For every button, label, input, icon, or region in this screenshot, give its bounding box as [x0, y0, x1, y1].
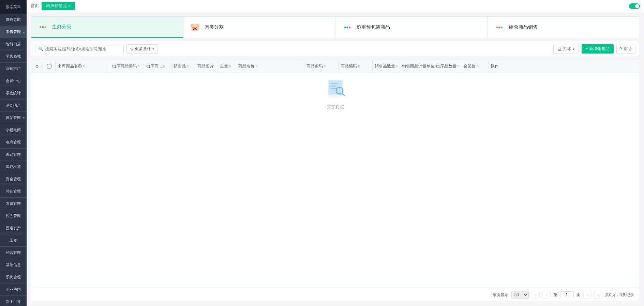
- th-goods-name: 商品名称 ⇅: [236, 61, 304, 72]
- current-tab[interactable]: 特殊销售品 ×: [42, 2, 75, 10]
- sidebar-item-label: 新手引导: [6, 300, 21, 304]
- topbar-toggle[interactable]: [629, 3, 640, 9]
- sidebar-item-sys-mgmt[interactable]: 系统管理: [0, 271, 27, 284]
- sort-icon[interactable]: ⇅: [255, 65, 258, 68]
- next-page-button[interactable]: ›: [583, 291, 591, 299]
- page-size-select[interactable]: 50 10 20 100: [511, 291, 529, 299]
- new-button[interactable]: + 新增销售品: [582, 44, 614, 53]
- sort-icon[interactable]: ⇅: [358, 65, 360, 68]
- sort-icon[interactable]: ⇅: [457, 65, 460, 68]
- tab-weighed-package[interactable]: 称重预包装商品: [335, 17, 488, 38]
- sidebar-item-ecom-mgmt[interactable]: 电商管理: [0, 136, 27, 149]
- page-label: 页: [576, 292, 581, 298]
- fresh-grade-icon: [36, 21, 49, 33]
- print-button[interactable]: 🖨 打印 ▾: [553, 44, 579, 54]
- first-page-button[interactable]: «: [531, 291, 540, 299]
- sidebar-item-mini-ecom[interactable]: 小畅电商: [0, 124, 27, 136]
- svg-rect-4: [331, 86, 336, 87]
- combo-sales-icon: [493, 21, 506, 33]
- sidebar-item-label: 经营管理: [6, 250, 21, 255]
- sort-icon[interactable]: ⇅: [324, 65, 326, 68]
- sidebar-item-retail-stats[interactable]: 零售统计: [0, 87, 27, 100]
- sidebar-item-smart-store[interactable]: 智慧门店: [0, 38, 27, 50]
- sort-icon[interactable]: ⇅: [186, 65, 189, 68]
- select-all-checkbox[interactable]: [47, 64, 51, 68]
- home-breadcrumb[interactable]: 首页: [31, 3, 39, 9]
- sidebar-item-finance[interactable]: 资金管理: [0, 173, 27, 185]
- sidebar-item-label: 固定资产: [6, 226, 21, 230]
- table-header: ⚙ 出库商品名称 ⇅ 出库商品编码 ⇅ 出库商... ⇅: [31, 60, 640, 73]
- sidebar-item-ops-mgmt[interactable]: 经营管理: [0, 247, 27, 259]
- filter-icon: ▽: [130, 47, 133, 51]
- sort-icon[interactable]: ⇅: [83, 65, 86, 68]
- th-setting[interactable]: ⚙: [31, 61, 43, 72]
- th-calc-unit: 销售商品计量单位 ⇅: [400, 61, 434, 72]
- search-box[interactable]: 🔍: [35, 45, 124, 53]
- sort-icon[interactable]: ⇅: [396, 65, 399, 68]
- print-chevron-icon: ▾: [573, 47, 574, 51]
- new-label: + 新增销售品: [586, 46, 610, 52]
- sort-icon[interactable]: ⇅: [229, 65, 231, 68]
- sidebar-item-retail-mall[interactable]: 零售商城: [0, 50, 27, 63]
- sort-icon[interactable]: ⇅: [163, 65, 165, 68]
- sidebar-item-new-guide[interactable]: 新手引导: [0, 296, 27, 306]
- th-goods-img: 商品图片: [195, 61, 218, 72]
- sidebar-item-label: 总账管理: [6, 189, 21, 193]
- weighed-package-label: 称重预包装商品: [357, 24, 390, 30]
- page-size-label: 每页显示: [492, 292, 509, 298]
- print-icon: 🖨: [558, 47, 562, 51]
- sidebar-item-general-ledger[interactable]: 总账管理: [0, 185, 27, 198]
- table-body: 暂无数据: [31, 73, 640, 288]
- tab-fresh-grade[interactable]: 生鲜分级: [31, 17, 183, 38]
- sidebar-item-label: 采购管理: [6, 152, 21, 156]
- last-page-button[interactable]: »: [594, 291, 602, 299]
- filter-button[interactable]: ▽ 更多条件 ▾: [126, 44, 158, 53]
- settings-icon: ⚙: [35, 64, 39, 69]
- sidebar-item-tax[interactable]: 税务管理: [0, 210, 27, 222]
- search-input[interactable]: [45, 47, 121, 51]
- sidebar-item-marketing[interactable]: 营销推广: [0, 63, 27, 75]
- th-out-code: 出库商品编码 ⇅: [110, 61, 144, 72]
- th-store-qty: 出库品数量 ⇅: [434, 61, 461, 72]
- sidebar-item-inventory[interactable]: 库存核算: [0, 161, 27, 173]
- sidebar-item-retail-mgmt[interactable]: 零售管理: [0, 26, 27, 38]
- sidebar-item-member[interactable]: 会员中心: [0, 75, 27, 87]
- sidebar-item-basic-info[interactable]: 基础信息: [0, 100, 27, 112]
- sidebar-item-basic-info2[interactable]: 基础信息: [0, 259, 27, 271]
- th-sales-goods: 销售品 ⇅: [171, 61, 195, 72]
- sidebar-item-label: 零售统计: [6, 91, 21, 95]
- combo-sales-label: 组合商品销售: [509, 24, 538, 30]
- page-number-input[interactable]: [560, 291, 574, 298]
- sidebar-item-corp[interactable]: 企业协同: [0, 284, 27, 296]
- last-page-icon: »: [597, 292, 599, 297]
- sidebar-item-wholesale[interactable]: 批发管理: [0, 112, 27, 124]
- meat-cut-label: 肉类分割: [205, 24, 224, 30]
- th-checkbox[interactable]: [43, 61, 56, 71]
- content-area: 生鲜分级 🐷 肉类分割 称重预包装商品: [27, 12, 644, 306]
- sidebar-item-wages[interactable]: 工资: [0, 234, 27, 247]
- sort-icon[interactable]: ⇅: [137, 65, 140, 68]
- sidebar-item-fixed-assets[interactable]: 固定资产: [0, 222, 27, 234]
- sidebar-item-invoice[interactable]: 发票管理: [0, 198, 27, 210]
- th-member-price: 会员价 ⇅: [461, 61, 489, 72]
- sidebar-item-label: 零售管理: [6, 30, 21, 34]
- sidebar-item-label: 快捷导航: [6, 17, 21, 21]
- weighed-package-icon: [341, 21, 353, 33]
- sidebar-item-label: 电商管理: [6, 140, 21, 144]
- first-page-icon: «: [534, 292, 537, 297]
- print-label: 打印: [563, 46, 571, 52]
- sidebar-logo[interactable]: 搜索菜单: [0, 0, 27, 14]
- main-area: 首页 特殊销售品 × 生鲜分级 🐷: [27, 0, 644, 306]
- sort-icon[interactable]: ⇅: [476, 65, 479, 68]
- prev-page-button[interactable]: ‹: [542, 291, 551, 299]
- tab-meat-cut[interactable]: 🐷 肉类分割: [183, 17, 336, 38]
- help-button[interactable]: ? 帮助: [616, 44, 635, 54]
- sidebar-item-purchase[interactable]: 采购管理: [0, 149, 27, 161]
- tab-combo-sales[interactable]: 组合商品销售: [488, 17, 640, 38]
- sidebar-item-quick-nav[interactable]: 快捷导航: [0, 14, 27, 26]
- close-tab-icon[interactable]: ×: [68, 4, 70, 8]
- meat-cut-icon: 🐷: [189, 21, 201, 33]
- next-page-icon: ›: [587, 292, 588, 297]
- table-container: ⚙ 出库商品名称 ⇅ 出库商品编码 ⇅ 出库商... ⇅: [31, 60, 640, 302]
- sidebar-item-label: 系统管理: [6, 275, 21, 279]
